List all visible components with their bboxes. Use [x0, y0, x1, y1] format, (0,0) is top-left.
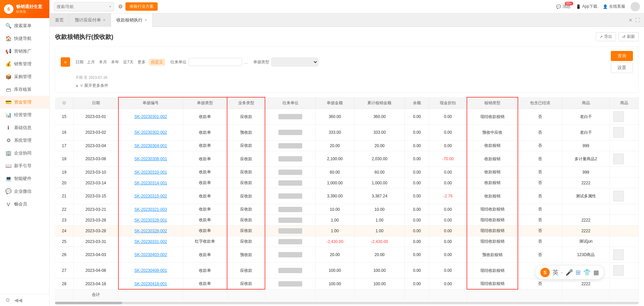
float-shirt-icon[interactable]: 👕	[583, 269, 591, 276]
user-avatar[interactable]	[631, 2, 640, 11]
record-link[interactable]: SK-20230314-001	[135, 181, 167, 185]
sidebar-item-basic[interactable]: ℹ基础信息	[0, 121, 49, 134]
solution-button[interactable]: 体验行业方案	[125, 2, 158, 11]
gear-icon[interactable]: ⚙	[118, 3, 123, 10]
col-header-12[interactable]: 商品	[562, 97, 610, 109]
cell-0-2[interactable]: SK-20230301-002	[118, 109, 183, 125]
sidebar-item-hardware[interactable]: 💻智能硬件	[0, 172, 49, 185]
sidebar-item-search[interactable]: 🔍搜索菜单	[0, 19, 49, 32]
tab-prepay[interactable]: 预计应应付单×	[69, 13, 111, 27]
record-link[interactable]: SK-20230408-001	[135, 268, 167, 273]
date-btn-本月[interactable]: 本月	[98, 59, 108, 66]
col-header-3[interactable]: 单据类型	[183, 97, 227, 109]
record-link[interactable]: SK-20230304-001	[135, 143, 167, 148]
cell-7-2[interactable]: SK-20230321-003	[118, 204, 183, 215]
col-header-9[interactable]: 现金折扣	[429, 97, 467, 109]
expand-button[interactable]: ∨ ∨ 展开更多条件	[75, 83, 633, 88]
record-link[interactable]: SK-20230321-003	[135, 207, 167, 212]
tab-home[interactable]: 首页	[50, 13, 69, 27]
cell-6-2[interactable]: SK-20230315-002	[118, 188, 183, 204]
cell-3-2[interactable]: SK-20230308-001	[118, 151, 183, 167]
sidebar-item-operations[interactable]: 📊经营管理	[0, 109, 49, 121]
record-link[interactable]: SK-20230302-002	[135, 130, 167, 135]
date-btn-更多[interactable]: 更多	[136, 59, 147, 66]
record-link[interactable]: SK-20230403-002	[135, 252, 167, 257]
col-header-1[interactable]: 日期	[73, 97, 118, 109]
sidebar-item-enterprise[interactable]: 🏢企业协同	[0, 147, 49, 160]
table-settings-icon[interactable]: ⚙	[62, 100, 66, 106]
cell-10-2[interactable]: SK-20230331-002	[118, 236, 183, 247]
filter-settings-button[interactable]: 设置	[611, 62, 633, 73]
refresh-button[interactable]: ↺ 刷新	[619, 32, 639, 41]
sidebar-item-member[interactable]: V畅会员	[0, 198, 49, 210]
filter-toggle-button[interactable]: »	[61, 57, 70, 67]
record-link[interactable]: SK-20230418-001	[135, 282, 167, 286]
query-button[interactable]: 查询	[611, 51, 633, 61]
sidebar-item-inventory[interactable]: 🗃库存核算	[0, 83, 49, 96]
sidebar-item-guide[interactable]: 📖新手引导	[0, 160, 49, 172]
message-button[interactable]: 💬 消息 99+	[556, 4, 571, 9]
record-link[interactable]: SK-20230315-002	[135, 194, 167, 198]
float-apps-icon[interactable]: ▦	[593, 269, 599, 276]
float-mic-icon[interactable]: 🎤	[566, 269, 573, 276]
cell-12-2[interactable]: SK-20230408-001	[118, 263, 183, 279]
date-btn-上月[interactable]: 上月	[86, 59, 96, 66]
collapse-icon[interactable]: ◀◀	[14, 297, 22, 303]
float-grid-icon[interactable]: ⊞	[576, 269, 581, 276]
record-link[interactable]: SK-20230328-001	[135, 218, 167, 223]
cell-3-7: 2,030.00	[354, 151, 405, 167]
col-header-10[interactable]: 核销类型	[467, 97, 518, 109]
col-header-8[interactable]: 余额	[405, 97, 429, 109]
record-link[interactable]: SK-20230310-001	[135, 170, 167, 175]
sidebar-item-wechat[interactable]: 💬企业微信	[0, 185, 49, 198]
col-header-7[interactable]: 累计核销金额	[354, 97, 405, 109]
sidebar-item-system[interactable]: ⚙系统管理	[0, 134, 49, 147]
tab-expand-icon[interactable]: ⛶	[635, 17, 640, 23]
cell-2-2[interactable]: SK-20230304-001	[118, 140, 183, 151]
col-header-13[interactable]: 商品	[610, 97, 639, 109]
app-download-button[interactable]: 📱 App下载	[576, 4, 597, 9]
col-header-4[interactable]: 业务类型	[227, 97, 265, 109]
cell-6-4: 应收款	[227, 188, 265, 204]
tab-close-icon[interactable]: ✕	[629, 17, 633, 23]
cell-11-2[interactable]: SK-20230403-002	[118, 247, 183, 263]
sidebar-item-purchase[interactable]: 📦采购管理	[0, 70, 49, 83]
scrollbar-thumb[interactable]	[55, 302, 122, 304]
search-input[interactable]	[57, 4, 108, 9]
col-header-6[interactable]: 单据金额	[315, 97, 354, 109]
col-header-11[interactable]: 包含已结清	[518, 97, 562, 109]
cell-4-2[interactable]: SK-20230310-001	[118, 167, 183, 178]
export-button[interactable]: ↗ 导出	[596, 32, 616, 41]
cell-9-2[interactable]: SK-20230328-002	[118, 226, 183, 236]
col-header-2[interactable]: 单据编号	[118, 97, 183, 109]
service-button[interactable]: 👤 在线客服	[603, 4, 625, 9]
tab-close-receipt[interactable]: ×	[145, 18, 147, 22]
cell-5-2[interactable]: SK-20230314-001	[118, 178, 183, 188]
cell-8-2[interactable]: SK-20230328-001	[118, 215, 183, 226]
sidebar-item-shortcut[interactable]: 🏠快捷导航	[0, 32, 49, 45]
cell-0-6: 360.00	[315, 109, 354, 125]
partner-dots[interactable]: ...	[244, 59, 248, 65]
cell-13-11: 否	[518, 279, 562, 290]
date-btn-本年[interactable]: 本年	[110, 59, 120, 66]
search-wrap[interactable]: ▾	[54, 2, 114, 11]
date-btn-近7天[interactable]: 近7天	[122, 59, 135, 66]
type-select[interactable]	[271, 58, 318, 66]
float-en-icon[interactable]: 英	[552, 268, 558, 277]
sidebar-item-marketing[interactable]: 📢营销推广	[0, 45, 49, 58]
record-link[interactable]: SK-20230328-002	[135, 229, 167, 233]
cell-1-2[interactable]: SK-20230302-002	[118, 125, 183, 140]
horizontal-scrollbar[interactable]	[55, 302, 639, 304]
settings-icon[interactable]: ⚙	[5, 297, 10, 303]
cell-13-2[interactable]: SK-20230418-001	[118, 279, 183, 290]
partner-input[interactable]	[189, 58, 242, 66]
col-header-5[interactable]: 往来单位	[265, 97, 315, 109]
record-link[interactable]: SK-20230301-002	[135, 114, 167, 119]
custom-date-button[interactable]: 自定义	[149, 59, 165, 66]
record-link[interactable]: SK-20230308-001	[135, 157, 167, 161]
sidebar-item-capital[interactable]: 💳资金管理	[0, 96, 49, 109]
tab-close-prepay[interactable]: ×	[103, 18, 105, 22]
record-link[interactable]: SK-20230331-002	[135, 239, 167, 244]
tab-receipt[interactable]: 收款核销执行×	[111, 13, 153, 27]
sidebar-item-sales[interactable]: 💰销售管理	[0, 58, 49, 70]
